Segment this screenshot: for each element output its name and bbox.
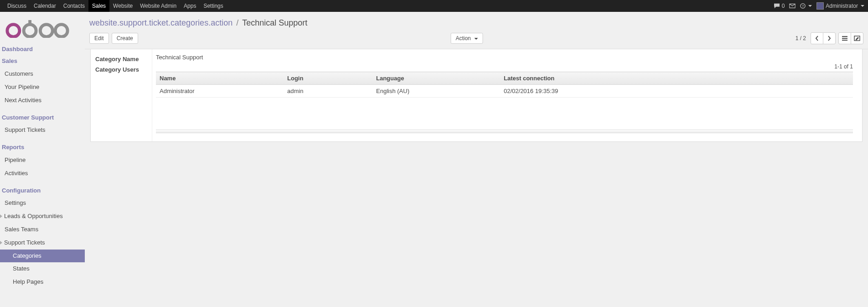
edit-button[interactable]: Edit <box>89 33 109 44</box>
horizontal-scrollbar[interactable] <box>156 130 853 133</box>
logo <box>0 12 85 43</box>
form-edit-icon <box>854 36 860 41</box>
sidebar-support-tickets[interactable]: Support Tickets <box>0 124 85 137</box>
chevron-down-icon <box>861 5 864 7</box>
svg-point-4 <box>55 25 67 37</box>
sidebar-configuration[interactable]: Configuration <box>0 185 85 197</box>
action-label: Action <box>455 35 470 42</box>
odoo-logo-icon <box>5 20 71 38</box>
form-sheet: Category Name Category Users Technical S… <box>90 49 863 142</box>
label-category-name: Category Name <box>95 54 152 64</box>
form-values-column: Technical Support 1-1 of 1 Name Login La… <box>152 49 862 141</box>
cell-login: admin <box>284 85 372 98</box>
nav-sales[interactable]: Sales <box>88 0 109 12</box>
breadcrumb-parent[interactable]: website.support.ticket.categories.action <box>89 18 232 28</box>
top-nav-left: Discuss Calendar Contacts Sales Website … <box>4 0 227 12</box>
nav-contacts[interactable]: Contacts <box>60 0 88 12</box>
sidebar-settings[interactable]: Settings <box>0 197 85 210</box>
sidebar-reports[interactable]: Reports <box>0 141 85 154</box>
nav-apps[interactable]: Apps <box>180 0 200 12</box>
mail-icon[interactable] <box>789 3 796 9</box>
col-latest-connection[interactable]: Latest connection <box>500 72 853 85</box>
sidebar-sales[interactable]: Sales <box>0 55 85 68</box>
cell-name: Administrator <box>156 85 284 98</box>
svg-text:?: ? <box>802 4 804 8</box>
action-dropdown[interactable]: Action <box>450 33 483 44</box>
sidebar: Dashboard Sales Customers Your Pipeline … <box>0 12 85 307</box>
cell-language: English (AU) <box>372 85 500 98</box>
username-label: Administrator <box>826 3 858 9</box>
label-category-users: Category Users <box>95 64 152 75</box>
svg-point-3 <box>40 25 52 37</box>
top-navbar: Discuss Calendar Contacts Sales Website … <box>0 0 868 12</box>
sidebar-customers[interactable]: Customers <box>0 68 85 81</box>
sidebar-activities[interactable]: Activities <box>0 167 85 180</box>
sidebar-pipeline[interactable]: Pipeline <box>0 154 85 167</box>
sidebar-dashboard[interactable]: Dashboard <box>0 43 85 56</box>
col-name[interactable]: Name <box>156 72 284 85</box>
pager-buttons <box>811 32 836 44</box>
list-view-button[interactable] <box>838 32 851 44</box>
top-nav-right: 0 ? Administrator <box>774 2 864 10</box>
chevron-left-icon <box>815 36 819 41</box>
nav-calendar[interactable]: Calendar <box>30 0 60 12</box>
nav-website-admin[interactable]: Website Admin <box>136 0 180 12</box>
sidebar-categories[interactable]: Categories <box>0 250 85 263</box>
nav-website[interactable]: Website <box>109 0 136 12</box>
form-labels-column: Category Name Category Users <box>91 49 152 141</box>
chevron-down-icon <box>474 38 478 40</box>
content-area: website.support.ticket.categories.action… <box>85 12 868 307</box>
form-view-button[interactable] <box>851 32 863 44</box>
speech-bubble-icon <box>774 3 780 9</box>
avatar-icon <box>816 2 824 10</box>
sidebar-sales-teams[interactable]: Sales Teams <box>0 223 85 236</box>
view-switcher <box>838 32 863 44</box>
col-login[interactable]: Login <box>284 72 372 85</box>
user-menu[interactable]: Administrator <box>816 2 864 10</box>
toolbar: Edit Create Action 1 / 2 <box>85 31 868 49</box>
sidebar-help-pages[interactable]: Help Pages <box>0 276 85 289</box>
nav-discuss[interactable]: Discuss <box>4 0 30 12</box>
nav-settings[interactable]: Settings <box>200 0 227 12</box>
col-language[interactable]: Language <box>372 72 500 85</box>
cell-latest: 02/02/2016 19:35:39 <box>500 85 853 98</box>
messages-count: 0 <box>782 3 785 9</box>
list-icon <box>842 36 848 41</box>
sidebar-customer-support[interactable]: Customer Support <box>0 112 85 124</box>
sidebar-next-activities[interactable]: Next Activities <box>0 94 85 107</box>
pager-prev-button[interactable] <box>811 32 823 44</box>
table-header-row: Name Login Language Latest connection <box>156 72 853 85</box>
create-button[interactable]: Create <box>112 33 138 44</box>
table-row[interactable]: Administrator admin English (AU) 02/02/2… <box>156 85 853 98</box>
breadcrumb-separator: / <box>236 18 238 28</box>
messages-indicator[interactable]: 0 <box>774 3 785 9</box>
value-category-name: Technical Support <box>156 54 858 61</box>
chevron-down-icon <box>808 5 812 7</box>
users-pager[interactable]: 1-1 of 1 <box>834 63 853 70</box>
breadcrumb-current: Technical Support <box>242 18 307 28</box>
breadcrumb: website.support.ticket.categories.action… <box>85 12 868 31</box>
help-menu[interactable]: ? <box>800 3 812 9</box>
sidebar-config-support-tickets[interactable]: Support Tickets <box>0 236 85 250</box>
sidebar-states[interactable]: States <box>0 262 85 276</box>
pager-text[interactable]: 1 / 2 <box>796 35 806 42</box>
sidebar-leads-opportunities[interactable]: Leads & Opportunities <box>0 210 85 223</box>
users-table: Name Login Language Latest connection Ad… <box>156 72 853 116</box>
svg-point-2 <box>7 25 20 37</box>
pager-next-button[interactable] <box>823 32 836 44</box>
chevron-right-icon <box>827 36 831 41</box>
sidebar-your-pipeline[interactable]: Your Pipeline <box>0 81 85 94</box>
